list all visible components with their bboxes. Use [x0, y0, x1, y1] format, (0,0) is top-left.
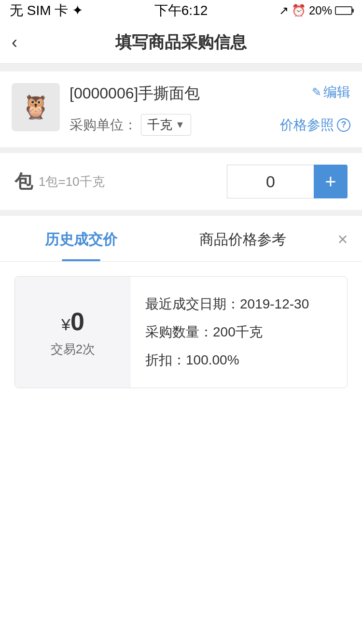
- edit-button[interactable]: ✎ 编辑: [312, 83, 350, 101]
- product-name-row: [0000006]手撕面包 ✎ 编辑: [70, 83, 350, 104]
- history-card: ¥0 交易2次 最近成交日期：2019-12-30 采购数量：200千克 折扣：…: [14, 276, 348, 388]
- history-purchase-qty: 采购数量：200千克: [145, 322, 333, 342]
- quantity-row: 包 1包=10千克 0 +: [0, 153, 362, 210]
- price-reference-button[interactable]: 价格参照 ?: [280, 116, 350, 134]
- tab-product-price[interactable]: 商品价格参考: [162, 216, 323, 261]
- quantity-control: 0 +: [227, 165, 348, 198]
- bag-label: 包: [14, 169, 33, 194]
- history-transaction-count: 交易2次: [51, 341, 95, 358]
- history-recent-date: 最近成交日期：2019-12-30: [145, 294, 333, 314]
- status-bar: 无 SIM 卡 ✦ 下午6:12 ↗ ⏰ 20%: [0, 0, 362, 21]
- history-card-right: 最近成交日期：2019-12-30 采购数量：200千克 折扣：100.00%: [131, 277, 347, 388]
- battery-percent: 20%: [309, 4, 332, 17]
- tab-active-indicator: [62, 259, 100, 261]
- currency-symbol: ¥: [61, 315, 70, 334]
- unit-value: 千克: [147, 116, 172, 133]
- page-title: 填写商品采购信息: [115, 31, 247, 54]
- tab-content-history: ¥0 交易2次 最近成交日期：2019-12-30 采购数量：200千克 折扣：…: [0, 262, 362, 403]
- battery-icon: [335, 6, 352, 15]
- bag-conversion: 1包=10千克: [39, 173, 105, 190]
- tab-close-button[interactable]: ×: [323, 216, 362, 261]
- tab-header: 历史成交价 商品价格参考 ×: [0, 216, 362, 262]
- price-ref-label: 价格参照: [280, 116, 334, 134]
- quantity-input[interactable]: 0: [227, 165, 314, 198]
- history-discount: 折扣：100.00%: [145, 350, 333, 370]
- status-right: ↗ ⏰ 20%: [279, 4, 352, 17]
- product-logo-icon: 🦉: [21, 94, 50, 121]
- signal-icon: ↗: [279, 4, 289, 17]
- status-time: 下午6:12: [154, 1, 208, 20]
- section-divider: [0, 147, 362, 153]
- product-info: [0000006]手撕面包 ✎ 编辑 采购单位： 千克 ▼ 价格参照 ?: [70, 83, 350, 136]
- product-card: 🦉 [0000006]手撕面包 ✎ 编辑 采购单位： 千克 ▼ 价格参照 ?: [0, 71, 362, 147]
- status-left: 无 SIM 卡 ✦: [10, 1, 83, 20]
- unit-row: 采购单位： 千克 ▼ 价格参照 ?: [70, 114, 350, 136]
- unit-label: 采购单位：: [70, 116, 137, 134]
- alarm-icon: ⏰: [292, 4, 306, 17]
- edit-icon: ✎: [312, 85, 321, 99]
- back-button[interactable]: ‹: [12, 32, 17, 53]
- tab-history-price[interactable]: 历史成交价: [0, 216, 162, 261]
- history-price: ¥0: [61, 307, 84, 336]
- quantity-unit-info: 包 1包=10千克: [14, 169, 105, 194]
- help-icon: ?: [337, 118, 350, 132]
- tab-panel: 历史成交价 商品价格参考 × ¥0 交易2次 最近成交日期：2019-12-30…: [0, 216, 362, 403]
- history-card-left: ¥0 交易2次: [15, 277, 131, 388]
- nav-bar: ‹ 填写商品采购信息: [0, 21, 362, 64]
- dropdown-arrow-icon: ▼: [175, 119, 185, 130]
- product-thumbnail: 🦉: [12, 83, 60, 131]
- quantity-plus-button[interactable]: +: [314, 165, 348, 198]
- page-rest: [0, 403, 362, 644]
- unit-select-dropdown[interactable]: 千克 ▼: [141, 114, 191, 136]
- product-name: [0000006]手撕面包: [70, 83, 312, 104]
